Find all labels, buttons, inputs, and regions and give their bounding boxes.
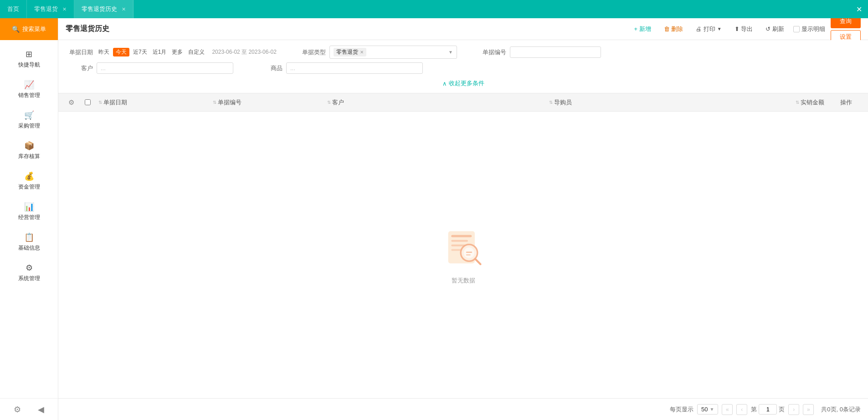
sidebar-item-inventory-label: 库存核算 — [18, 153, 40, 160]
page-size-select[interactable]: 50 ▼ — [697, 404, 718, 415]
bill-type-select[interactable]: 零售退货 ✕ ▼ — [329, 46, 457, 59]
col-guide-header[interactable]: ⇅ 导购员 — [545, 98, 714, 107]
table-header: ⚙ ⇅ 单据日期 ⇅ 单据编号 ⇅ 客户 ⇅ — [58, 93, 868, 112]
page-size-value: 50 — [701, 406, 708, 413]
sales-mgmt-icon: 📈 — [24, 80, 34, 90]
pagination: 每页显示 50 ▼ « ‹ 第 1 页 › » 共0页, 0条记录 — [58, 398, 868, 420]
delete-button-label: 🗑 删除 — [664, 25, 683, 33]
shortcut-yesterday[interactable]: 昨天 — [97, 48, 111, 56]
select-all-checkbox[interactable] — [85, 99, 91, 105]
sidebar-search[interactable]: 🔍 搜索菜单 — [0, 18, 58, 40]
sidebar-nav: ⊞ 快捷导航 📈 销售管理 🛒 采购管理 📦 库存核算 💰 资金管理 📊 — [0, 40, 58, 398]
tab-list: 首页 零售退货 ✕ 零售退货历史 ✕ — [0, 0, 850, 18]
bill-no-label: 单据编号 — [479, 48, 506, 56]
bill-no-input[interactable] — [510, 46, 601, 58]
table-settings-icon[interactable]: ⚙ — [68, 98, 74, 107]
sidebar-item-finance[interactable]: 💰 资金管理 — [0, 166, 58, 196]
col-billno-header[interactable]: ⇅ 单据编号 — [209, 98, 324, 107]
sidebar-item-quick-nav[interactable]: ⊞ 快捷导航 — [0, 44, 58, 74]
empty-illustration — [441, 225, 486, 271]
collapse-up-icon: ∧ — [442, 80, 447, 87]
content-area: 零售退货历史 + 新增 🗑 删除 🖨 打印 ▼ ⬆ 导出 ↺ 刷新 — [58, 18, 868, 420]
search-icon: 🔍 — [12, 26, 20, 33]
tab-retail-return-label: 零售退货 — [34, 5, 58, 13]
col-customer-label: 客户 — [332, 98, 344, 107]
tab-retail-return-history-label: 零售退货历史 — [82, 5, 117, 13]
col-checkbox[interactable] — [80, 99, 95, 105]
export-button-label: ⬆ 导出 — [734, 25, 753, 33]
col-customer-sort-icon: ⇅ — [327, 100, 331, 105]
table-area: ⚙ ⇅ 单据日期 ⇅ 单据编号 ⇅ 客户 ⇅ — [58, 93, 868, 398]
finance-icon: 💰 — [24, 171, 34, 181]
purchase-mgmt-icon: 🛒 — [24, 110, 34, 120]
tab-retail-return[interactable]: 零售退货 ✕ — [27, 0, 74, 18]
refresh-button[interactable]: ↺ 刷新 — [762, 23, 788, 35]
operations-icon: 📊 — [24, 202, 34, 212]
shortcut-today[interactable]: 今天 — [113, 48, 129, 56]
tab-home[interactable]: 首页 — [0, 0, 27, 18]
page-prev-button[interactable]: ‹ — [736, 404, 747, 415]
page-last-button[interactable]: » — [803, 404, 814, 415]
page-number-input[interactable]: 1 — [759, 404, 777, 415]
collapse-button[interactable]: ∧ 收起更多条件 — [437, 77, 490, 89]
shortcut-more[interactable]: 更多 — [170, 48, 185, 56]
page-first-button[interactable]: « — [722, 404, 733, 415]
export-button[interactable]: ⬆ 导出 — [731, 23, 757, 35]
bill-type-tag-close[interactable]: ✕ — [360, 50, 364, 55]
tab-retail-return-close[interactable]: ✕ — [62, 6, 67, 12]
filter-area: 单据日期 昨天 今天 近7天 近1月 更多 自定义 2023-06-02 至 2… — [58, 40, 868, 93]
tab-retail-return-history-close[interactable]: ✕ — [122, 6, 126, 12]
filter-row-2: 客户 ... 商品 ... — [66, 62, 861, 74]
quick-nav-icon: ⊞ — [26, 49, 32, 59]
col-guide-sort-icon: ⇅ — [549, 100, 553, 105]
svg-rect-1 — [451, 235, 472, 237]
page-size-dropdown-icon: ▼ — [709, 407, 714, 412]
bill-type-tag-value: 零售退货 — [336, 48, 358, 56]
sidebar-item-operations[interactable]: 📊 经营管理 — [0, 196, 58, 227]
settings-icon[interactable]: ⚙ — [14, 405, 21, 415]
page-total: 共0页, 0条记录 — [821, 405, 861, 414]
col-customer-header[interactable]: ⇅ 客户 — [324, 98, 545, 107]
query-button[interactable]: 查询 — [831, 18, 861, 28]
goods-label: 商品 — [255, 64, 282, 72]
sidebar-item-inventory[interactable]: 📦 库存核算 — [0, 135, 58, 166]
svg-line-7 — [475, 259, 480, 264]
sidebar-item-purchase-mgmt[interactable]: 🛒 采购管理 — [0, 105, 58, 135]
collapse-row: ∧ 收起更多条件 — [66, 77, 861, 89]
customer-placeholder: ... — [101, 65, 106, 72]
col-amount-header[interactable]: ⇅ 实销金额 — [714, 98, 828, 107]
page-size-label: 每页显示 — [670, 405, 693, 414]
print-button[interactable]: 🖨 打印 ▼ — [692, 23, 725, 35]
svg-rect-8 — [466, 251, 472, 253]
print-dropdown-icon[interactable]: ▼ — [717, 26, 722, 31]
add-button[interactable]: + 新增 — [630, 23, 654, 35]
empty-state: 暂无数据 — [58, 112, 868, 398]
page-header: 零售退货历史 + 新增 🗑 删除 🖨 打印 ▼ ⬆ 导出 ↺ 刷新 — [58, 18, 868, 40]
col-guide-label: 导购员 — [554, 98, 572, 107]
page-next-button[interactable]: › — [788, 404, 799, 415]
sidebar-item-system[interactable]: ⚙ 系统管理 — [0, 257, 58, 288]
page-unit-prefix: 第 — [751, 405, 757, 414]
page-last-icon: » — [807, 406, 810, 413]
col-settings[interactable]: ⚙ — [62, 98, 80, 107]
empty-text: 暂无数据 — [452, 277, 475, 285]
goods-input[interactable]: ... — [286, 62, 423, 74]
customer-input[interactable]: ... — [97, 62, 233, 74]
shortcut-last1m[interactable]: 近1月 — [151, 48, 169, 56]
inventory-icon: 📦 — [24, 141, 34, 151]
shortcut-last7[interactable]: 近7天 — [131, 48, 149, 56]
col-date-header[interactable]: ⇅ 单据日期 — [95, 98, 209, 107]
sidebar-item-base-info[interactable]: 📋 基础信息 — [0, 227, 58, 257]
window-close-button[interactable]: ✕ — [850, 0, 868, 18]
bill-type-label: 单据类型 — [298, 48, 326, 56]
bill-type-tag: 零售退货 ✕ — [334, 48, 366, 56]
base-info-icon: 📋 — [24, 232, 34, 242]
sidebar-item-sales-mgmt[interactable]: 📈 销售管理 — [0, 74, 58, 105]
show-detail-toggle[interactable]: 显示明细 — [793, 25, 825, 33]
delete-button[interactable]: 🗑 删除 — [660, 23, 687, 35]
show-detail-checkbox[interactable] — [793, 26, 800, 32]
show-detail-text: 显示明细 — [801, 25, 825, 33]
shortcut-custom[interactable]: 自定义 — [186, 48, 206, 56]
tab-retail-return-history[interactable]: 零售退货历史 ✕ — [74, 0, 134, 18]
collapse-sidebar-icon[interactable]: ◀ — [38, 405, 44, 415]
